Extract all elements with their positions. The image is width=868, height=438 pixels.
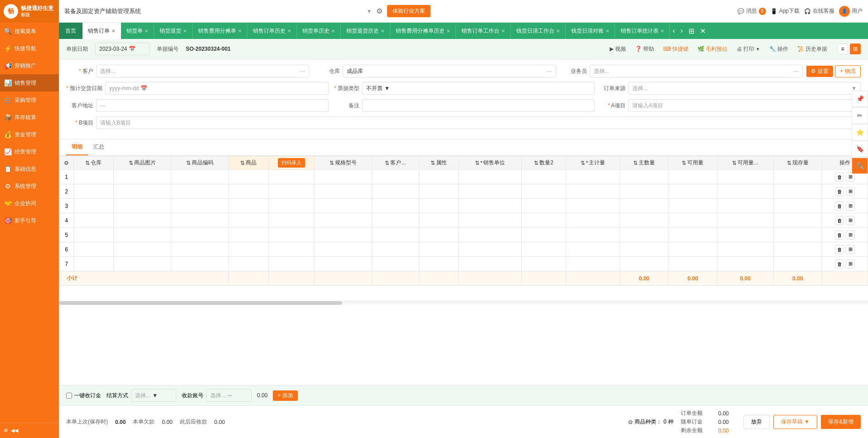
date-input[interactable]: 2023-03-24 📅: [95, 43, 150, 55]
payment-method-select[interactable]: 选择... ▼: [131, 389, 176, 402]
tab-returns[interactable]: 销货退货 ✕: [154, 23, 193, 39]
settings-icon[interactable]: ⚙: [376, 7, 383, 15]
tab-daily-reconcile[interactable]: 钱货日清对账 ✕: [566, 23, 615, 39]
add-item-btn[interactable]: + 物流: [835, 65, 861, 77]
solution-button[interactable]: 体验行业方案: [387, 5, 431, 17]
row-delete-btn[interactable]: 🗑: [835, 245, 844, 254]
col-main-unit[interactable]: ⇅*主计量: [566, 156, 620, 170]
tab-close-icon[interactable]: ✕: [606, 29, 609, 34]
tab-sales-slip[interactable]: 销货单 ✕: [121, 23, 154, 39]
tab-close-icon[interactable]: ✕: [381, 29, 384, 34]
horizontal-scrollbar[interactable]: [59, 301, 342, 305]
tab-slip-history[interactable]: 销货单历史 ✕: [297, 23, 341, 39]
col-available2[interactable]: ⇅可用量...: [717, 156, 773, 170]
tab-home[interactable]: 首页: [59, 23, 82, 39]
row-delete-btn[interactable]: 🗑: [835, 202, 844, 211]
app-download[interactable]: 📱 App下载: [771, 7, 800, 15]
row-copy-btn[interactable]: ⊞: [846, 187, 855, 196]
settings-orange-btn[interactable]: ⚙ 设置: [806, 66, 833, 77]
tab-close-icon[interactable]: ✕: [446, 29, 450, 34]
col-warehouse[interactable]: ⇅仓库: [74, 156, 114, 170]
row-attr[interactable]: [419, 170, 459, 184]
product-count-icon[interactable]: ⊙: [628, 419, 633, 425]
tab-sales-stats[interactable]: 销售订单统计表 ✕: [615, 23, 670, 39]
row-qty2[interactable]: [521, 170, 566, 184]
tab-prev[interactable]: ‹: [670, 27, 678, 35]
col-settings[interactable]: ⚙: [59, 156, 74, 170]
profit-btn[interactable]: 🌿 毛利预估: [695, 44, 730, 54]
tab-close-icon[interactable]: ✕: [287, 29, 291, 34]
row-copy-btn[interactable]: ⊞: [846, 202, 855, 211]
operation-btn[interactable]: 🔧 操作: [766, 44, 791, 54]
dropdown-arrow-icon[interactable]: ▼: [366, 8, 372, 14]
warehouse-input[interactable]: 成品库 ···: [343, 65, 556, 77]
a-project-input[interactable]: 请输入A项目: [628, 99, 861, 112]
sidebar-collapse-icon[interactable]: ◀◀: [11, 428, 18, 433]
col-product-img[interactable]: ⇅商品图片: [113, 156, 171, 170]
staff-input[interactable]: 选择... ···: [590, 65, 803, 77]
row-delete-btn[interactable]: 🗑: [835, 187, 844, 196]
row-product-code[interactable]: [171, 170, 228, 184]
view-btn[interactable]: ▶ 视频: [607, 44, 629, 54]
tab-order-workbench[interactable]: 销售订单工作台 ✕: [456, 23, 511, 39]
sidebar-item-quick-nav[interactable]: ⚡ 快捷导航: [0, 40, 59, 57]
bank-account-select[interactable]: 选择... ···: [206, 389, 252, 402]
tab-expense-split-history[interactable]: 销售费用分摊单历史 ✕: [390, 23, 456, 39]
row-copy-btn[interactable]: ⊞: [846, 260, 855, 269]
col-attr[interactable]: ⇅属性: [419, 156, 459, 170]
col-qty2[interactable]: ⇅数量2: [521, 156, 566, 170]
col-available[interactable]: ⇅可用量: [669, 156, 717, 170]
history-btn[interactable]: 📜 历史单据: [795, 44, 830, 54]
tab-close-icon[interactable]: ✕: [112, 29, 115, 34]
floating-pin-btn[interactable]: 📌: [852, 91, 868, 107]
row-delete-btn[interactable]: 🗑: [835, 173, 844, 182]
remark-input[interactable]: [362, 99, 595, 112]
tab-expense-split[interactable]: 销售费用分摊单 ✕: [193, 23, 247, 39]
row-product-img[interactable]: [113, 170, 171, 184]
print-btn[interactable]: 🖨 打印 ▼: [734, 44, 763, 54]
tab-close-icon[interactable]: ✕: [556, 29, 560, 34]
tab-order-history[interactable]: 销售订单历史 ✕: [247, 23, 297, 39]
tab-close-icon[interactable]: ✕: [238, 29, 242, 34]
col-stock[interactable]: ⇅现存量: [773, 156, 822, 170]
floating-edit-btn[interactable]: ✏: [852, 107, 868, 124]
delivery-date-input[interactable]: yyyy-mm-dd 📅: [105, 82, 329, 95]
floating-star-btn[interactable]: ⭐: [852, 124, 868, 140]
row-main-qty[interactable]: [620, 170, 668, 184]
sidebar-item-inventory[interactable]: 📦 库存核算: [0, 109, 59, 126]
tab-close-icon[interactable]: ✕: [145, 29, 148, 34]
sidebar-item-cooperation[interactable]: 🤝 企业协同: [0, 195, 59, 212]
tab-detail[interactable]: 明细: [66, 140, 88, 155]
row-product-name[interactable]: [229, 170, 269, 184]
row-spec[interactable]: [314, 170, 372, 184]
row-available[interactable]: [669, 170, 717, 184]
sidebar-item-finance[interactable]: 💰 资金管理: [0, 126, 59, 143]
col-product-name[interactable]: ⇅商品: [229, 156, 269, 170]
invoice-select[interactable]: 不开票 ▼: [362, 82, 595, 95]
col-main-qty[interactable]: ⇅主数量: [620, 156, 668, 170]
address-input[interactable]: ···: [96, 99, 329, 112]
layout-list-btn[interactable]: ≡: [837, 43, 848, 54]
b-project-input[interactable]: 请输入B项目: [96, 116, 861, 129]
sidebar-item-system[interactable]: ⚙ 系统管理: [0, 178, 59, 195]
sidebar-item-search[interactable]: 🔍 搜索菜单: [0, 23, 59, 40]
tab-close-icon[interactable]: ✕: [331, 29, 335, 34]
row-delete-btn[interactable]: 🗑: [835, 216, 844, 225]
add-payment-btn[interactable]: + 添加: [273, 390, 298, 401]
tab-menu[interactable]: ⊞: [686, 27, 697, 35]
tab-close-icon[interactable]: ✕: [660, 29, 664, 34]
row-main-unit[interactable]: [566, 170, 620, 184]
tab-next[interactable]: ›: [678, 27, 685, 35]
sidebar-item-marketing[interactable]: 📢 营销推广: [0, 57, 59, 74]
row-copy-btn[interactable]: ⊞: [846, 231, 855, 240]
row-delete-btn[interactable]: 🗑: [835, 260, 844, 269]
order-source-input[interactable]: 选择... ▼: [628, 82, 861, 95]
tab-summary[interactable]: 汇总: [88, 140, 110, 155]
floating-bookmark-btn[interactable]: 🔖: [852, 141, 868, 157]
sidebar-item-purchase[interactable]: 🛒 采购管理: [0, 91, 59, 109]
sidebar-item-tutorial[interactable]: 🎯 新手引导: [0, 212, 59, 229]
save-draft-button[interactable]: 保存草稿 ▼: [773, 415, 817, 429]
col-customer-code[interactable]: ⇅客户...: [372, 156, 419, 170]
help-btn[interactable]: ❓ 帮助: [632, 44, 657, 54]
online-service[interactable]: 🎧 在线客服: [804, 7, 834, 15]
